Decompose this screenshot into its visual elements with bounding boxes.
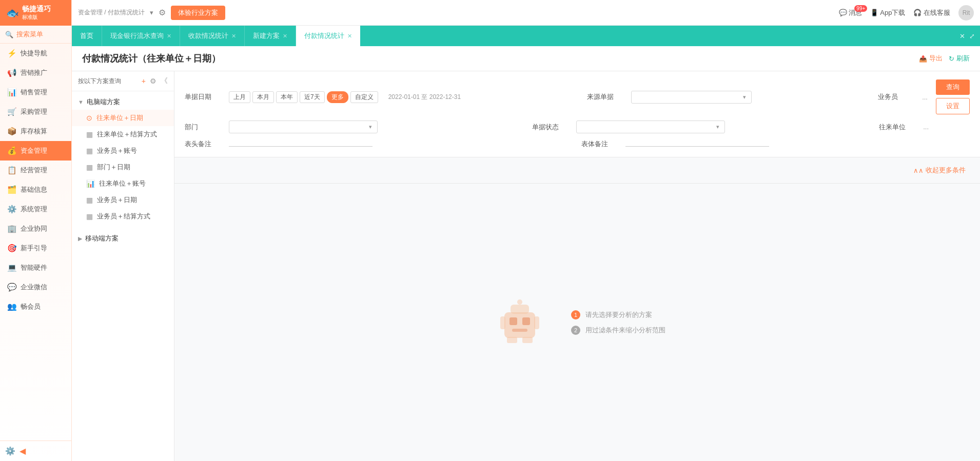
sidebar-icon-guide: 🎯: [7, 244, 16, 253]
date-btn-custom[interactable]: 自定义: [350, 91, 378, 103]
sidebar-logo: 🐟 畅捷通巧 标准版: [0, 0, 71, 26]
tree-item-staff-date[interactable]: ▦业务员＋日期: [72, 192, 174, 208]
empty-state: 1 请先选择要分析的方案 2 用过滤条件来缩小分析范围: [174, 184, 980, 461]
tree-item-staff-settle[interactable]: ▦业务员＋结算方式: [72, 208, 174, 225]
date-range-display: 2022-01-01 至 2022-12-31: [388, 93, 461, 102]
sidebar-item-capital[interactable]: 💰资金管理: [0, 141, 71, 161]
doc-status-arrow-icon: ▾: [716, 124, 719, 130]
sidebar-item-marketing[interactable]: 📢营销推广: [0, 63, 71, 83]
sidebar-label-member: 畅会员: [21, 302, 41, 311]
date-btn-last-month[interactable]: 上月: [229, 91, 250, 103]
tab-payment[interactable]: 付款情况统计✕: [296, 26, 360, 46]
collapse-btn[interactable]: ∧∧ 收起更多条件: [909, 162, 970, 179]
tabbar-close-icon[interactable]: ✕: [959, 32, 965, 40]
tree-item-unit-settle[interactable]: ▦往来单位＋结算方式: [72, 126, 174, 143]
sidebar-item-quick-nav[interactable]: ⚡快捷导航: [0, 44, 71, 63]
service-btn[interactable]: 🎧 在线客服: [913, 8, 950, 17]
tab-bank[interactable]: 现金银行流水查询✕: [102, 26, 180, 46]
refresh-btn[interactable]: ↻ 刷新: [949, 54, 970, 63]
dept-select[interactable]: ▾: [229, 121, 378, 133]
tree-item-dept-date[interactable]: ▦部门＋日期: [72, 159, 174, 175]
sidebar-label-marketing: 营销推广: [21, 68, 47, 77]
sidebar-item-inventory[interactable]: 📦库存核算: [0, 122, 71, 141]
staff-more-btn[interactable]: ...: [922, 93, 928, 101]
counterpart-more-btn[interactable]: ...: [923, 123, 929, 131]
desktop-section-header[interactable]: ▼ 电脑端方案: [72, 94, 174, 110]
tab-close-payment[interactable]: ✕: [347, 33, 352, 39]
settings-btn[interactable]: 设置: [936, 98, 970, 114]
tree-icon-unit-settle: ▦: [86, 130, 93, 138]
doc-status-select[interactable]: ▾: [576, 121, 725, 133]
desktop-section: ▼ 电脑端方案 ⊙往来单位＋日期▦往来单位＋结算方式▦业务员＋账号▦部门＋日期📊…: [72, 91, 174, 228]
sidebar-item-member[interactable]: 👥畅会员: [0, 297, 71, 316]
tabbar-expand-icon[interactable]: ⤢: [969, 32, 975, 40]
mobile-section-header[interactable]: ▶ 移动端方案: [72, 231, 174, 246]
breadcrumb-dropdown[interactable]: ▾: [150, 9, 153, 16]
tip-text-2: 用过滤条件来缩小分析范围: [585, 326, 665, 335]
topbar-settings-icon[interactable]: ⚙: [159, 8, 166, 17]
refresh-icon: ↻: [949, 55, 954, 63]
tab-close-bank[interactable]: ✕: [167, 33, 171, 39]
sidebar-label-system: 系统管理: [21, 205, 47, 214]
tab-close-receipt[interactable]: ✕: [231, 33, 236, 39]
sidebar-settings-icon[interactable]: ⚙️: [5, 446, 15, 456]
empty-tip-1: 1 请先选择要分析的方案: [571, 310, 665, 319]
scheme-settings-icon[interactable]: ⚙: [150, 77, 156, 85]
date-btn-last-7days[interactable]: 近7天: [300, 91, 325, 103]
page-title: 付款情况统计（往来单位＋日期）: [82, 52, 221, 65]
sidebar-item-hardware[interactable]: 💻智能硬件: [0, 258, 71, 277]
body-note-field[interactable]: [625, 142, 769, 147]
source-select[interactable]: ▾: [631, 91, 752, 104]
sidebar-label-hardware: 智能硬件: [21, 263, 47, 272]
sidebar-item-purchase[interactable]: 🛒采购管理: [0, 102, 71, 122]
dept-arrow-icon: ▾: [369, 124, 372, 130]
date-btn-this-month[interactable]: 本月: [252, 91, 274, 103]
tip-text-1: 请先选择要分析的方案: [585, 310, 652, 319]
body-note-label: 表体备注: [581, 139, 617, 149]
query-btn[interactable]: 查询: [936, 79, 970, 95]
sidebar-item-wechat[interactable]: 💬企业微信: [0, 277, 71, 297]
avatar[interactable]: Rit: [958, 5, 974, 21]
filter-bottom-bar: ∧∧ 收起更多条件: [174, 157, 980, 184]
filter-row-1: 单据日期 上月 本月 本年 近7天 更多 自定义 2022-01-01 至 20…: [185, 79, 970, 114]
trial-btn[interactable]: 体验行业方案: [171, 6, 225, 20]
date-btn-this-year[interactable]: 本年: [276, 91, 298, 103]
messages-btn[interactable]: 💬 消息 99+: [839, 8, 863, 17]
sidebar-item-basic[interactable]: 🗂️基础信息: [0, 180, 71, 199]
scheme-collapse-icon[interactable]: 《: [161, 76, 168, 86]
filter-panel: 单据日期 上月 本月 本年 近7天 更多 自定义 2022-01-01 至 20…: [174, 71, 980, 461]
tree-label-staff-settle: 业务员＋结算方式: [97, 212, 150, 221]
app-icon: 📱: [870, 9, 878, 16]
tab-new-plan[interactable]: 新建方案✕: [245, 26, 296, 46]
tab-label-home: 首页: [80, 31, 93, 41]
tab-home[interactable]: 首页: [72, 26, 102, 46]
sidebar-item-operation[interactable]: 📋经营管理: [0, 161, 71, 180]
sidebar-item-guide[interactable]: 🎯新手引导: [0, 238, 71, 258]
sidebar-icon-sales: 📊: [7, 88, 16, 97]
tree-item-unit-account[interactable]: 📊往来单位＋账号: [72, 175, 174, 192]
sidebar-icon-operation: 📋: [7, 166, 16, 175]
tree-icon-unit-date: ⊙: [86, 114, 92, 122]
sidebar-search[interactable]: 🔍 搜索菜单: [0, 26, 71, 44]
sidebar-item-enterprise[interactable]: 🏢企业协同: [0, 219, 71, 238]
tree-label-staff-account: 业务员＋账号: [97, 146, 137, 155]
messages-badge: 99+: [854, 5, 867, 12]
tree-icon-dept-date: ▦: [86, 163, 93, 171]
app-download-btn[interactable]: 📱 App下载: [870, 8, 905, 17]
tab-label-bank: 现金银行流水查询: [110, 31, 164, 41]
sidebar-label-capital: 资金管理: [21, 146, 47, 155]
sidebar-item-system[interactable]: ⚙️系统管理: [0, 199, 71, 219]
export-btn[interactable]: 📤 导出: [919, 54, 943, 63]
add-scheme-icon[interactable]: +: [142, 77, 146, 85]
header-note-field[interactable]: [229, 142, 373, 147]
tree-item-unit-date[interactable]: ⊙往来单位＋日期: [72, 110, 174, 126]
tab-receipt[interactable]: 收款情况统计✕: [180, 26, 245, 46]
tree-label-dept-date: 部门＋日期: [97, 163, 130, 172]
sidebar-item-sales[interactable]: 📊销售管理: [0, 83, 71, 102]
sidebar-icon-capital: 💰: [7, 146, 16, 155]
sidebar-collapse-icon[interactable]: ◀: [19, 446, 26, 456]
tab-close-new-plan[interactable]: ✕: [283, 33, 287, 39]
tree-item-staff-account[interactable]: ▦业务员＋账号: [72, 143, 174, 159]
empty-illustration: [489, 292, 551, 353]
date-btn-more[interactable]: 更多: [327, 91, 348, 103]
